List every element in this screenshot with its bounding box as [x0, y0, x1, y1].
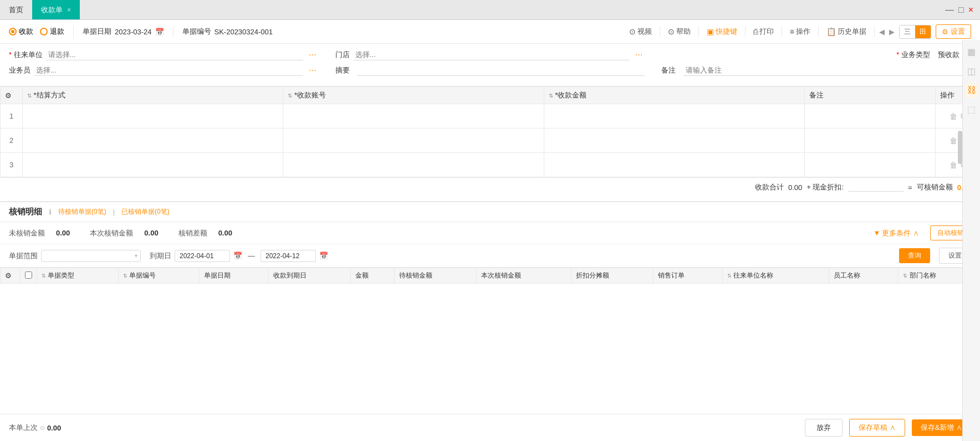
- range-label: 单据范围: [9, 251, 38, 261]
- table-row: 2 🗑 ⧉: [1, 129, 980, 153]
- btcol-staff: 员工名称: [829, 268, 899, 284]
- print-btn[interactable]: ⎙打印: [750, 25, 777, 38]
- counterparty-more-icon[interactable]: ···: [307, 50, 318, 60]
- row2-amount[interactable]: [544, 129, 804, 153]
- list-view-btn[interactable]: 三: [900, 25, 915, 38]
- staff-more-icon[interactable]: ···: [307, 65, 318, 75]
- prev-balance-value: 0.00: [47, 424, 61, 432]
- row-num-3: 3: [1, 153, 23, 177]
- row3-settlement[interactable]: [23, 153, 283, 177]
- shortcut-btn[interactable]: ▣快捷键: [703, 25, 741, 38]
- form-row-2: 业务员 ··· 摘要 备注: [9, 65, 971, 76]
- btcol-amount: 金额: [351, 268, 395, 284]
- radio-tuikuan[interactable]: 退款: [40, 27, 64, 37]
- reconcile-title: 核销明细: [9, 207, 42, 217]
- reconcile-header: 核销明细 ℹ 待核销单据(0笔) | 已核销单据(0笔): [0, 202, 980, 222]
- discount-input[interactable]: [848, 183, 904, 192]
- global-settings-btn[interactable]: ⚙ 设置: [936, 24, 971, 39]
- save-draft-btn[interactable]: 保存草稿 ∧: [849, 419, 905, 437]
- row2-delete-icon[interactable]: 🗑: [950, 136, 957, 145]
- window-minimize-btn[interactable]: —: [945, 5, 954, 15]
- row1-delete-icon[interactable]: 🗑: [950, 112, 957, 121]
- prev-balance-info-icon[interactable]: ⊙: [40, 424, 45, 432]
- btcol-current: 本次核销金额: [476, 268, 571, 284]
- sidebar-table-icon[interactable]: ▦: [965, 44, 978, 59]
- range-field: 单据范围 ▾: [9, 250, 141, 262]
- btcol-num: ⇅ 单据编号: [118, 268, 200, 284]
- date-from-input[interactable]: [175, 250, 230, 262]
- scrollbar-thumb[interactable]: [958, 131, 962, 164]
- date-to-calendar-icon[interactable]: 📅: [319, 252, 328, 260]
- store-input[interactable]: [353, 49, 630, 60]
- done-tab-link[interactable]: 已核销单据(0笔): [121, 207, 170, 217]
- row2-settlement[interactable]: [23, 129, 283, 153]
- btcol-discount: 折扣分摊额: [571, 268, 653, 284]
- radio-shoukuan[interactable]: 收款: [9, 27, 33, 37]
- sidebar-doc-icon[interactable]: ◫: [965, 64, 978, 79]
- btcol-gear[interactable]: ⚙: [1, 268, 21, 284]
- radio-group: 收款 退款: [9, 27, 64, 37]
- toolbar-actions: ⊙视频 ⊙帮助 ▣快捷键 ⎙打印 ≡操作 📋历史单据 ◀ ▶ 三 田 ⚙ 设置: [626, 24, 971, 39]
- range-select[interactable]: [41, 250, 141, 262]
- row1-amount[interactable]: [544, 104, 804, 129]
- col-account: ⇅ *收款账号: [283, 87, 544, 104]
- biztype-field: * 业务类型 预收款 ▾: [661, 50, 971, 60]
- row1-settlement[interactable]: [23, 104, 283, 129]
- discard-btn[interactable]: 放弃: [805, 419, 843, 437]
- row3-note[interactable]: [804, 153, 935, 177]
- row2-note[interactable]: [804, 129, 935, 153]
- counterparty-field: * 往来单位 ···: [9, 49, 319, 60]
- summary-input[interactable]: [358, 65, 645, 76]
- query-btn[interactable]: 查询: [899, 248, 930, 263]
- more-conditions-btn[interactable]: ▼ 更多条件 ∧: [874, 228, 920, 238]
- nav-next-icon[interactable]: ▶: [889, 28, 895, 36]
- number-value: SK-20230324-001: [215, 28, 273, 36]
- video-btn[interactable]: ⊙视频: [626, 25, 655, 38]
- filter-icon: ▼: [874, 229, 881, 237]
- date-to-input[interactable]: [261, 250, 316, 262]
- pending-tab-link[interactable]: 待核销单据(0笔): [58, 207, 106, 217]
- staff-input[interactable]: [34, 65, 303, 76]
- bottom-table-wrapper: ⚙ ⇅ 单据类型 ⇅ 单据编号 单据日期 收款到期日 金额 待核销金额 本次核销…: [0, 268, 980, 284]
- row1-account[interactable]: [283, 104, 544, 129]
- row1-note[interactable]: [804, 104, 935, 129]
- summary-label: 摘要: [335, 65, 350, 75]
- operation-btn[interactable]: ≡操作: [787, 25, 814, 38]
- row3-account[interactable]: [283, 153, 544, 177]
- col-gear[interactable]: ⚙: [1, 87, 23, 104]
- reconcile-stats: 未核销金额 0.00 本次核销金额 0.00 核销差额 0.00 ▼ 更多条件 …: [0, 222, 980, 244]
- table-row: 3 🗑 ⧉: [1, 153, 980, 177]
- tab-close-icon[interactable]: ×: [67, 6, 71, 14]
- row3-amount[interactable]: [544, 153, 804, 177]
- nav-prev-icon[interactable]: ◀: [879, 28, 885, 36]
- select-all-checkbox[interactable]: [25, 271, 32, 279]
- row2-account[interactable]: [283, 129, 544, 153]
- btcol-pending: 待核销金额: [394, 268, 476, 284]
- bt-gear-icon: ⚙: [5, 271, 12, 280]
- counterparty-input[interactable]: [46, 49, 304, 60]
- biztype-value: 预收款: [938, 50, 959, 60]
- btcol-checkbox: [21, 268, 37, 284]
- history-btn[interactable]: 📋历史单据: [823, 25, 870, 38]
- tab-home[interactable]: 首页: [0, 0, 32, 19]
- reconcile-section: 核销明细 ℹ 待核销单据(0笔) | 已核销单据(0笔) 未核销金额 0.00 …: [0, 201, 980, 284]
- window-maximize-btn[interactable]: □: [958, 5, 964, 15]
- note-field: 备注: [661, 65, 971, 76]
- date-from-calendar-icon[interactable]: 📅: [233, 252, 242, 260]
- row3-delete-icon[interactable]: 🗑: [950, 161, 957, 170]
- counterparty-label: * 往来单位: [9, 50, 43, 60]
- window-close-btn[interactable]: ×: [968, 5, 973, 15]
- tab-active[interactable]: 收款单 ×: [32, 0, 80, 19]
- view-btns: 三 田: [899, 25, 931, 39]
- note-input[interactable]: [683, 65, 971, 76]
- help-btn[interactable]: ⊙帮助: [665, 25, 694, 38]
- col-note: 备注: [804, 87, 935, 104]
- main-table: ⚙ ⇅ *结算方式 ⇅ *收款账号 ⇅ *收款金额 备注 操作 1: [0, 86, 980, 177]
- reconcile-info-icon[interactable]: ℹ: [49, 208, 52, 216]
- grid-view-btn[interactable]: 田: [915, 25, 931, 38]
- store-more-icon[interactable]: ···: [633, 50, 645, 60]
- sidebar-link-icon[interactable]: ⛓: [965, 83, 978, 98]
- calendar-icon[interactable]: 📅: [155, 28, 164, 36]
- sidebar-attach-icon[interactable]: ⬚: [965, 102, 978, 117]
- settings-gear-icon: ⚙: [942, 28, 948, 36]
